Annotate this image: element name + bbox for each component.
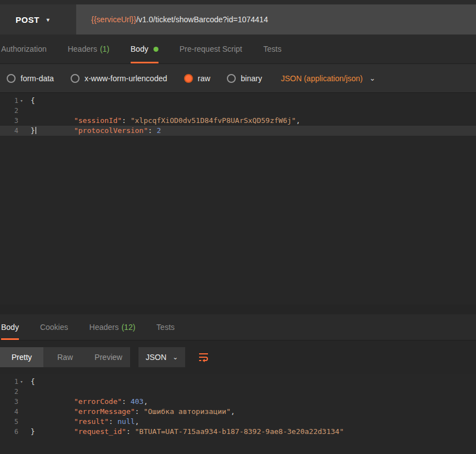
line-number-gutter: 5 (0, 417, 26, 427)
tab-authorization[interactable]: Authorization (1, 34, 47, 63)
line-number: 1 (14, 96, 18, 106)
line-number: 4 (14, 407, 18, 417)
response-toolbar: Pretty Raw Preview JSON ⌄ (0, 340, 476, 374)
body-type-form-data[interactable]: form-data (7, 74, 54, 83)
json-key: "request_id" (74, 427, 126, 436)
tab-headers-label: Headers (68, 45, 97, 53)
code-token: } (31, 427, 35, 436)
tab-body[interactable]: Body (131, 34, 158, 63)
wrap-text-button[interactable] (194, 347, 214, 367)
code-line: 1 ▾ { (0, 96, 476, 106)
json-number-value: 2 (157, 126, 161, 135)
code-line: 2 "sessionId": "xlpcqfXiOD0dv51D84fvP8UA… (0, 106, 476, 116)
code-line: 2 "errorCode": 403, (0, 387, 476, 397)
tab-authorization-label: Authorization (1, 45, 47, 53)
line-number: 3 (14, 116, 18, 126)
url-variable: {{serviceUrl}} (91, 15, 136, 24)
response-view-switch: Pretty Raw Preview (0, 347, 130, 367)
request-url-bar: POST ▾ {{serviceUrl}}/v1.0/ticket/showBa… (0, 4, 476, 34)
line-number-gutter: 3 (0, 116, 26, 126)
line-number-gutter: 4 (0, 407, 26, 417)
response-tab-cookies-label: Cookies (40, 323, 68, 332)
urlencoded-label: x-www-form-urlencoded (85, 74, 167, 83)
tab-tests[interactable]: Tests (264, 34, 282, 63)
tab-headers[interactable]: Headers (1) (68, 34, 110, 63)
fold-icon[interactable]: ▾ (18, 96, 26, 106)
request-body-editor[interactable]: 1 ▾ { 2 "sessionId": "xlpcqfXiOD0dv51D84… (0, 93, 476, 304)
body-type-bar: form-data x-www-form-urlencoded raw bina… (0, 64, 476, 93)
response-tab-body[interactable]: Body (1, 314, 19, 340)
json-string-value: "BTUAT=UAT-715aa934-b187-8392-9ae8-3e20a… (135, 427, 344, 436)
code-token: { (31, 96, 35, 105)
section-divider (0, 304, 476, 314)
code-line: 1 ▾ { (0, 377, 476, 387)
json-key: "protocolVersion" (74, 126, 148, 135)
raw-label: Raw (57, 353, 73, 362)
radio-icon (7, 74, 16, 83)
line-number-gutter: 2 (0, 106, 26, 116)
line-number: 2 (14, 106, 18, 116)
response-headers-count-badge: (12) (121, 323, 135, 332)
radio-selected-icon (184, 74, 193, 83)
wrap-text-icon (198, 352, 209, 362)
content-type-select[interactable]: JSON (application/json) ⌄ (281, 74, 375, 83)
headers-count-badge: (1) (100, 45, 110, 53)
line-number: 5 (14, 417, 18, 427)
line-number: 4 (14, 126, 18, 136)
response-tab-cookies[interactable]: Cookies (40, 314, 68, 340)
fold-icon[interactable]: ▾ (18, 377, 26, 387)
response-tabs: Body Cookies Headers (12) Tests (0, 314, 476, 340)
tab-pre-request-script[interactable]: Pre-request Script (180, 34, 242, 63)
tab-pre-request-label: Pre-request Script (180, 45, 242, 53)
line-number-gutter: 2 (0, 387, 26, 397)
json-string-value: "Ошибка авторизации" (143, 407, 231, 416)
text-caret (36, 127, 36, 134)
preview-label: Preview (95, 353, 122, 362)
raw-button[interactable]: Raw (43, 347, 87, 367)
line-number-gutter: 6 (0, 427, 26, 437)
line-number-gutter: 1 ▾ (0, 377, 26, 387)
body-present-dot (153, 47, 158, 52)
line-number-gutter: 3 (0, 397, 26, 407)
pretty-button[interactable]: Pretty (0, 347, 43, 367)
radio-icon (71, 74, 80, 83)
response-format-select[interactable]: JSON ⌄ (138, 347, 185, 367)
code-line: 4 "result": null, (0, 407, 476, 417)
response-tab-headers[interactable]: Headers (12) (90, 314, 136, 340)
code-token: , (231, 407, 235, 416)
chevron-down-icon: ▾ (47, 17, 50, 23)
response-body-editor[interactable]: 1 ▾ { 2 "errorCode": 403, 3 "errorMessag… (0, 374, 476, 454)
code-token: : (126, 427, 135, 436)
chevron-down-icon: ⌄ (172, 353, 178, 361)
pretty-label: Pretty (12, 353, 32, 362)
content-type-label: JSON (application/json) (281, 74, 363, 83)
radio-icon (227, 74, 236, 83)
chevron-down-icon: ⌄ (369, 74, 375, 82)
request-tabs: Authorization Headers (1) Body Pre-reque… (0, 34, 476, 64)
raw-label: raw (198, 74, 211, 83)
line-number: 2 (14, 387, 18, 397)
response-tab-body-label: Body (1, 323, 19, 332)
window-top-strip (0, 0, 476, 4)
code-token: } (31, 126, 35, 135)
form-data-label: form-data (21, 74, 54, 83)
line-number: 6 (14, 427, 18, 437)
body-type-raw[interactable]: raw (184, 74, 211, 83)
preview-button[interactable]: Preview (87, 347, 130, 367)
line-number: 3 (14, 397, 18, 407)
code-token: { (31, 377, 35, 386)
response-tab-tests[interactable]: Tests (156, 314, 175, 340)
url-path: /v1.0/ticket/showBarcode?id=1074414 (136, 15, 268, 24)
response-tab-headers-label: Headers (90, 323, 119, 332)
response-tab-tests-label: Tests (156, 323, 175, 332)
url-input[interactable]: {{serviceUrl}}/v1.0/ticket/showBarcode?i… (76, 4, 476, 34)
method-label: POST (16, 15, 39, 24)
binary-label: binary (241, 74, 262, 83)
code-line: 5 "request_id": "BTUAT=UAT-715aa934-b187… (0, 417, 476, 427)
code-token: : (148, 126, 157, 135)
method-dropdown[interactable]: POST ▾ (0, 4, 76, 34)
body-type-urlencoded[interactable]: x-www-form-urlencoded (71, 74, 167, 83)
line-number: 1 (14, 377, 18, 387)
body-type-binary[interactable]: binary (227, 74, 262, 83)
line-number-gutter: 4 (0, 126, 26, 136)
